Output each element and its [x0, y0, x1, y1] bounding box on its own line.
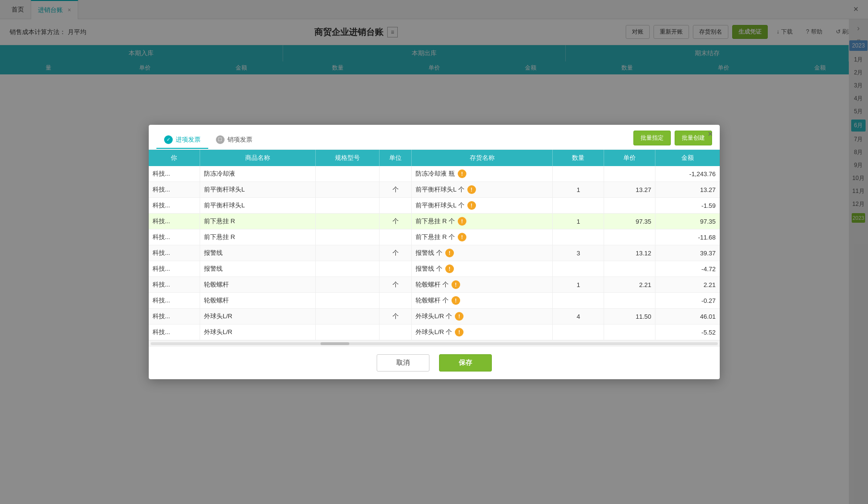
table-row[interactable]: 科技...防冻冷却液防冻冷却液 瓶 !-1,243.76 — [149, 166, 720, 182]
th-spec: 规格型号 — [315, 150, 380, 166]
th-unit-price: 单价 — [604, 150, 655, 166]
purchase-invoice-icon: ✓ — [164, 135, 173, 144]
th-inventory-name: 存货名称 — [412, 150, 553, 166]
table-row[interactable]: 科技...外球头L/R外球头L/R 个 !-5.52 — [149, 324, 720, 340]
warning-icon: ! — [452, 296, 460, 305]
table-row[interactable]: 科技...前平衡杆球头L个前平衡杆球头L 个 !113.2713.27 — [149, 182, 720, 198]
batch-assign-button[interactable]: 批量指定 — [633, 131, 671, 145]
th-product-name: 商品名称 — [200, 150, 315, 166]
warning-icon: ! — [467, 185, 476, 194]
table-row[interactable]: 科技...报警线个报警线 个 !313.1239.37 — [149, 245, 720, 261]
modal-footer: 取消 保存 — [149, 346, 720, 379]
table-header-row: 你 商品名称 规格型号 单位 存货名称 数量 单价 金额 — [149, 150, 720, 166]
modal-body: 你 商品名称 规格型号 单位 存货名称 数量 单价 金额 科技...防冻冷却液防… — [149, 150, 720, 340]
modal-scrollbar[interactable] — [149, 340, 720, 346]
save-button[interactable]: 保存 — [439, 354, 492, 372]
table-row[interactable]: 科技...轮毂螺杆轮毂螺杆 个 !-0.27 — [149, 293, 720, 309]
modal-close-button[interactable]: × — [708, 130, 713, 138]
cancel-button[interactable]: 取消 — [377, 354, 429, 372]
th-unit: 单位 — [380, 150, 412, 166]
modal-backdrop: ✓ 进项发票 ☐ 销项发票 批量指定 批量创建 × 你 商品名称 规格型号 — [0, 0, 868, 504]
scrollbar-thumb[interactable] — [321, 342, 349, 345]
table-row[interactable]: 科技...报警线报警线 个 !-4.72 — [149, 261, 720, 277]
sales-invoice-icon: ☐ — [216, 135, 225, 144]
table-row[interactable]: 科技...前下悬挂 R前下悬挂 R 个 !-11.68 — [149, 229, 720, 245]
warning-icon: ! — [452, 280, 460, 289]
warning-icon: ! — [445, 249, 454, 257]
tab-sales-invoice[interactable]: ☐ 销项发票 — [208, 132, 260, 149]
purchase-invoice-label: 进项发票 — [176, 135, 201, 144]
sales-invoice-label: 销项发票 — [227, 135, 252, 144]
tab-purchase-invoice[interactable]: ✓ 进项发票 — [156, 132, 208, 149]
warning-icon: ! — [467, 201, 476, 210]
table-row[interactable]: 科技...轮毂螺杆个轮毂螺杆 个 !12.212.21 — [149, 277, 720, 293]
scrollbar-track — [151, 342, 718, 345]
warning-icon: ! — [458, 233, 466, 241]
table-row[interactable]: 科技...外球头L/R个外球头L/R 个 !411.5046.01 — [149, 309, 720, 324]
th-col1: 你 — [149, 150, 200, 166]
modal-header-actions: 批量指定 批量创建 — [633, 131, 712, 149]
modal-dialog: ✓ 进项发票 ☐ 销项发票 批量指定 批量创建 × 你 商品名称 规格型号 — [149, 125, 720, 379]
batch-create-button[interactable]: 批量创建 — [675, 131, 712, 145]
th-quantity: 数量 — [553, 150, 604, 166]
warning-icon: ! — [455, 328, 464, 336]
th-amount: 金额 — [655, 150, 720, 166]
warning-icon: ! — [458, 217, 466, 226]
warning-icon: ! — [458, 169, 466, 178]
table-row[interactable]: 科技...前平衡杆球头L前平衡杆球头L 个 !-1.59 — [149, 198, 720, 214]
modal-header: ✓ 进项发票 ☐ 销项发票 批量指定 批量创建 × — [149, 125, 720, 150]
warning-icon: ! — [455, 312, 464, 321]
warning-icon: ! — [445, 264, 454, 273]
modal-table: 你 商品名称 规格型号 单位 存货名称 数量 单价 金额 科技...防冻冷却液防… — [149, 150, 720, 340]
table-row[interactable]: 科技...前下悬挂 R个前下悬挂 R 个 !197.3597.35 — [149, 214, 720, 229]
